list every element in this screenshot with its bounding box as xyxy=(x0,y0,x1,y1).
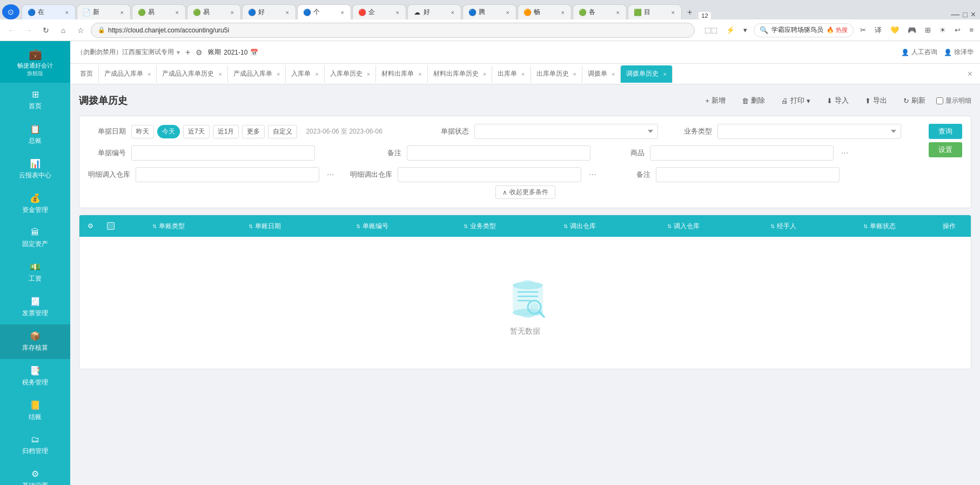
sidebar-item-assets[interactable]: 🏛 固定资产 xyxy=(0,221,70,255)
th-date[interactable]: ⇅ 单账日期 xyxy=(217,222,313,231)
tab-close-11[interactable]: × xyxy=(615,8,621,17)
th-status[interactable]: ⇅ 单账状态 xyxy=(831,222,928,231)
page-tab-5[interactable]: 入库单历史 × xyxy=(325,65,376,83)
page-tabs-close-all[interactable]: × xyxy=(964,69,976,79)
date-btn-yesterday[interactable]: 昨天 xyxy=(131,125,154,138)
page-tab-8-close[interactable]: × xyxy=(521,71,525,77)
in-wh-ellipsis-btn[interactable]: ··· xyxy=(327,170,334,180)
print-button[interactable]: 🖨 打印 ▾ xyxy=(776,93,816,108)
nav-refresh-button[interactable]: ↻ xyxy=(39,23,53,37)
tab-close-5[interactable]: × xyxy=(285,8,290,17)
page-tab-5-close[interactable]: × xyxy=(367,71,370,77)
sidebar-item-tax[interactable]: 📑 税务管理 xyxy=(0,359,70,394)
select-all-checkbox[interactable] xyxy=(107,222,115,230)
page-tab-1-close[interactable]: × xyxy=(147,71,151,77)
query-button[interactable]: 查询 xyxy=(929,124,962,139)
tab-close-8[interactable]: × xyxy=(450,8,455,17)
browser-tab-12[interactable]: 🟩 目 × xyxy=(628,4,682,19)
dropdown-btn[interactable]: ▾ xyxy=(741,25,749,35)
page-tab-home[interactable]: 首页 xyxy=(75,65,99,83)
browser-tab-7[interactable]: 🔴 企 × xyxy=(352,4,406,19)
page-tab-4[interactable]: 入库单 × xyxy=(286,65,324,83)
refresh-button[interactable]: ↻ 刷新 xyxy=(898,93,931,108)
settings-button[interactable]: 设置 xyxy=(929,142,962,157)
page-tab-2[interactable]: 产成品入库单历史 × xyxy=(157,65,227,83)
tab-close-1[interactable]: × xyxy=(64,8,70,17)
page-tab-1[interactable]: 产成品入库单 × xyxy=(99,65,157,83)
date-btn-more[interactable]: 更多 xyxy=(242,125,265,138)
tab-close-2[interactable]: × xyxy=(119,8,125,17)
user-info[interactable]: 👤 徐泽华 xyxy=(944,48,974,57)
sidebar-item-reports[interactable]: 📊 云报表中心 xyxy=(0,152,70,187)
sidebar-item-invoice[interactable]: 🧾 发票管理 xyxy=(0,290,70,324)
collapse-button[interactable]: ∧ 收起更多条件 xyxy=(495,185,555,199)
page-tab-9[interactable]: 出库单历史 × xyxy=(531,65,582,83)
browser-tab-1[interactable]: 🔵 在 × xyxy=(22,4,76,19)
window-close[interactable]: × xyxy=(971,10,976,19)
date-btn-1month[interactable]: 近1月 xyxy=(213,125,239,138)
docnum-input[interactable] xyxy=(131,145,315,161)
show-cols-control[interactable]: 显示明细 xyxy=(936,96,971,105)
tab-close-12[interactable]: × xyxy=(670,8,676,17)
th-in-wh[interactable]: ⇅ 调入仓库 xyxy=(632,222,735,231)
translate-btn[interactable]: 译 xyxy=(872,24,884,36)
sun-btn[interactable]: ☀ xyxy=(937,25,948,35)
sidebar-item-basic[interactable]: ⚙ 基础设置 xyxy=(0,462,70,485)
export-button[interactable]: ⬆ 导出 xyxy=(860,93,892,108)
sidebar-item-home[interactable]: ⊞ 首页 xyxy=(0,83,70,117)
date-btn-today[interactable]: 今天 xyxy=(157,125,180,138)
page-tab-10[interactable]: 调拨单 × xyxy=(582,65,621,83)
page-tab-11[interactable]: 调拨单历史 × xyxy=(621,65,672,83)
address-bar[interactable]: 🔒 https://cloud.chanjet.com/accounting/u… xyxy=(91,23,695,38)
nav-home-button[interactable]: ⌂ xyxy=(56,23,70,37)
date-btn-custom[interactable]: 自定义 xyxy=(268,125,297,138)
browser-tab-2[interactable]: 📄 新 × xyxy=(77,4,131,19)
browser-tab-3[interactable]: 🟢 易 × xyxy=(132,4,186,19)
wallet-btn[interactable]: 💛 xyxy=(888,25,901,35)
grid-btn[interactable]: ⊞ xyxy=(923,25,933,35)
page-tab-3[interactable]: 产成品入库单 × xyxy=(228,65,286,83)
th-checkbox-cell[interactable] xyxy=(101,222,120,230)
company-selector[interactable]: （勿删勿禁用）江西服宝测试专用 ▾ xyxy=(77,48,180,57)
show-cols-checkbox[interactable] xyxy=(936,97,943,104)
goods-ellipsis-btn[interactable]: ··· xyxy=(841,148,848,158)
goods-input[interactable] xyxy=(650,145,834,161)
browser-tab-11[interactable]: 🟢 各 × xyxy=(573,4,627,19)
tab-close-4[interactable]: × xyxy=(230,8,235,17)
sidebar-item-close[interactable]: 📒 结账 xyxy=(0,394,70,428)
delete-button[interactable]: 🗑 删除 xyxy=(736,93,770,108)
browser-tab-8[interactable]: ☁ 好 × xyxy=(407,4,461,19)
status-select[interactable] xyxy=(474,124,658,139)
new-tab-button[interactable]: + xyxy=(683,5,696,19)
scissors-btn[interactable]: ✂ xyxy=(858,25,868,35)
sidebar-item-salary[interactable]: 💵 工资 xyxy=(0,255,70,290)
th-biz[interactable]: ⇅ 业务类型 xyxy=(431,222,527,231)
nav-forward-button[interactable]: → xyxy=(22,23,36,37)
nav-back-button[interactable]: ← xyxy=(4,23,18,37)
th-settings[interactable]: ⚙ xyxy=(79,222,101,230)
tab-close-6[interactable]: × xyxy=(340,8,345,17)
th-out-wh[interactable]: ⇅ 调出仓库 xyxy=(528,222,632,231)
th-handler[interactable]: ⇅ 经手人 xyxy=(735,222,831,231)
out-wh-ellipsis-btn[interactable]: ··· xyxy=(589,170,596,180)
service-button[interactable]: 👤 人工咨询 xyxy=(901,48,937,57)
tab-close-3[interactable]: × xyxy=(174,8,180,17)
new-button[interactable]: + 新增 xyxy=(700,93,731,108)
remark-input[interactable] xyxy=(407,145,590,161)
th-type[interactable]: ⇅ 单账类型 xyxy=(120,222,217,231)
page-tab-8[interactable]: 出库单 × xyxy=(492,65,531,83)
page-tab-6[interactable]: 材料出库单 × xyxy=(376,65,427,83)
sidebar-item-inventory[interactable]: 📦 库存核算 xyxy=(0,324,70,359)
extensions-btn[interactable]: ⬚⬚ xyxy=(702,25,720,35)
browser-tab-9[interactable]: 🔵 腾 × xyxy=(462,4,516,19)
in-wh-input[interactable] xyxy=(136,167,319,182)
menu-btn[interactable]: ≡ xyxy=(967,25,976,35)
page-tab-2-close[interactable]: × xyxy=(218,71,221,77)
tab-close-10[interactable]: × xyxy=(560,8,566,17)
browser-tab-4[interactable]: 🟢 易 × xyxy=(187,4,241,19)
game-btn[interactable]: 🎮 xyxy=(905,25,918,35)
out-wh-input[interactable] xyxy=(398,167,581,182)
page-tab-4-close[interactable]: × xyxy=(315,71,318,77)
lightning-btn[interactable]: ⚡ xyxy=(724,25,737,35)
page-tab-9-close[interactable]: × xyxy=(573,71,576,77)
